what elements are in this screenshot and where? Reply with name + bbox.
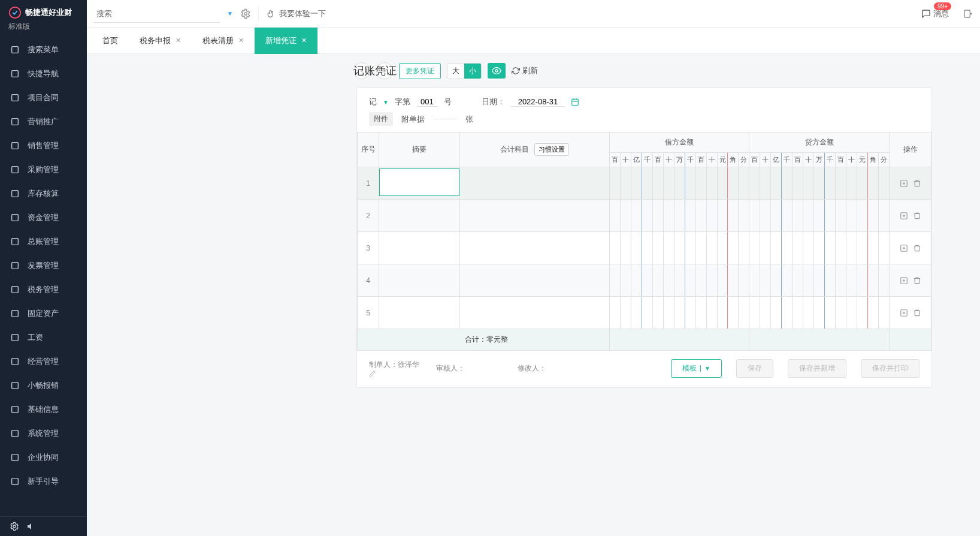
credit-cell[interactable] bbox=[857, 264, 867, 297]
size-small-button[interactable]: 小 bbox=[464, 64, 481, 79]
credit-cell[interactable] bbox=[867, 264, 878, 297]
volume-icon[interactable] bbox=[26, 522, 36, 531]
sidebar-item-5[interactable]: 采购管理 bbox=[0, 158, 87, 182]
tab-3[interactable]: 新增凭证✕ bbox=[255, 28, 317, 54]
credit-cell[interactable] bbox=[771, 232, 782, 264]
debit-cell[interactable] bbox=[610, 167, 621, 200]
debit-cell[interactable] bbox=[631, 167, 642, 200]
debit-cell[interactable] bbox=[674, 232, 685, 264]
more-vouchers-button[interactable]: 更多凭证 bbox=[399, 63, 441, 79]
credit-cell[interactable] bbox=[771, 264, 782, 297]
search-input[interactable] bbox=[94, 5, 220, 23]
debit-cell[interactable] bbox=[631, 297, 642, 329]
credit-cell[interactable] bbox=[814, 232, 825, 264]
debit-cell[interactable] bbox=[739, 264, 749, 297]
credit-cell[interactable] bbox=[782, 167, 793, 200]
message-button[interactable]: 消息 99+ bbox=[921, 8, 949, 19]
chevron-down-icon[interactable]: ▼ bbox=[383, 99, 389, 106]
credit-cell[interactable] bbox=[760, 200, 771, 232]
summary-cell[interactable] bbox=[379, 167, 460, 200]
attachment-tag[interactable]: 附件 bbox=[369, 112, 393, 126]
credit-cell[interactable] bbox=[803, 200, 814, 232]
sidebar-item-18[interactable]: 新手引导 bbox=[0, 469, 87, 493]
tab-0[interactable]: 首页 bbox=[92, 28, 129, 54]
debit-cell[interactable] bbox=[728, 297, 739, 329]
debit-cell[interactable] bbox=[620, 232, 631, 264]
debit-cell[interactable] bbox=[674, 297, 685, 329]
delete-row-icon[interactable] bbox=[913, 212, 921, 220]
credit-cell[interactable] bbox=[814, 297, 825, 329]
debit-cell[interactable] bbox=[706, 297, 717, 329]
debit-cell[interactable] bbox=[663, 167, 674, 200]
tab-1[interactable]: 税务申报✕ bbox=[129, 28, 192, 54]
credit-cell[interactable] bbox=[846, 232, 857, 264]
debit-cell[interactable] bbox=[610, 297, 621, 329]
debit-cell[interactable] bbox=[642, 297, 652, 329]
debit-cell[interactable] bbox=[695, 297, 706, 329]
debit-cell[interactable] bbox=[685, 264, 695, 297]
credit-cell[interactable] bbox=[825, 297, 836, 329]
debit-cell[interactable] bbox=[695, 167, 706, 200]
credit-cell[interactable] bbox=[846, 167, 857, 200]
debit-cell[interactable] bbox=[685, 232, 695, 264]
add-row-icon[interactable] bbox=[900, 179, 908, 188]
sidebar-item-10[interactable]: 税务管理 bbox=[0, 278, 87, 302]
credit-cell[interactable] bbox=[857, 200, 867, 232]
habit-settings-button[interactable]: 习惯设置 bbox=[534, 143, 569, 156]
debit-cell[interactable] bbox=[663, 232, 674, 264]
debit-cell[interactable] bbox=[728, 200, 739, 232]
credit-cell[interactable] bbox=[760, 167, 771, 200]
calendar-icon[interactable] bbox=[571, 98, 579, 106]
credit-cell[interactable] bbox=[878, 232, 889, 264]
credit-cell[interactable] bbox=[803, 232, 814, 264]
credit-cell[interactable] bbox=[760, 264, 771, 297]
subject-cell[interactable] bbox=[460, 200, 610, 232]
summary-cell[interactable] bbox=[379, 232, 460, 264]
summary-input[interactable] bbox=[379, 168, 459, 196]
preview-button[interactable] bbox=[488, 63, 506, 79]
gear-icon[interactable] bbox=[240, 8, 251, 19]
credit-cell[interactable] bbox=[846, 297, 857, 329]
sidebar-item-17[interactable]: 企业协同 bbox=[0, 445, 87, 469]
edit-icon[interactable] bbox=[369, 370, 422, 377]
debit-cell[interactable] bbox=[706, 264, 717, 297]
credit-cell[interactable] bbox=[867, 297, 878, 329]
credit-cell[interactable] bbox=[878, 200, 889, 232]
credit-cell[interactable] bbox=[793, 232, 803, 264]
credit-cell[interactable] bbox=[836, 167, 846, 200]
size-large-button[interactable]: 大 bbox=[447, 64, 464, 79]
debit-cell[interactable] bbox=[695, 264, 706, 297]
credit-cell[interactable] bbox=[814, 200, 825, 232]
debit-cell[interactable] bbox=[695, 232, 706, 264]
credit-cell[interactable] bbox=[878, 264, 889, 297]
debit-cell[interactable] bbox=[674, 264, 685, 297]
subject-cell[interactable] bbox=[460, 232, 610, 264]
add-row-icon[interactable] bbox=[900, 309, 908, 317]
credit-cell[interactable] bbox=[782, 200, 793, 232]
credit-cell[interactable] bbox=[825, 167, 836, 200]
debit-cell[interactable] bbox=[717, 297, 728, 329]
delete-row-icon[interactable] bbox=[913, 276, 921, 285]
credit-cell[interactable] bbox=[878, 297, 889, 329]
credit-cell[interactable] bbox=[803, 264, 814, 297]
debit-cell[interactable] bbox=[663, 264, 674, 297]
credit-cell[interactable] bbox=[825, 200, 836, 232]
save-new-button[interactable]: 保存并新增 bbox=[788, 359, 846, 378]
debit-cell[interactable] bbox=[620, 264, 631, 297]
sidebar-item-8[interactable]: 总账管理 bbox=[0, 230, 87, 254]
debit-cell[interactable] bbox=[717, 200, 728, 232]
debit-cell[interactable] bbox=[685, 167, 695, 200]
credit-cell[interactable] bbox=[793, 264, 803, 297]
debit-cell[interactable] bbox=[663, 297, 674, 329]
sidebar-item-1[interactable]: 快捷导航 bbox=[0, 62, 87, 86]
debit-cell[interactable] bbox=[642, 200, 652, 232]
debit-cell[interactable] bbox=[642, 232, 652, 264]
credit-cell[interactable] bbox=[878, 167, 889, 200]
debit-cell[interactable] bbox=[739, 200, 749, 232]
summary-cell[interactable] bbox=[379, 264, 460, 297]
debit-cell[interactable] bbox=[652, 200, 663, 232]
chevron-down-icon[interactable]: ▼ bbox=[700, 365, 710, 372]
delete-row-icon[interactable] bbox=[913, 309, 921, 317]
debit-cell[interactable] bbox=[652, 264, 663, 297]
debit-cell[interactable] bbox=[631, 264, 642, 297]
